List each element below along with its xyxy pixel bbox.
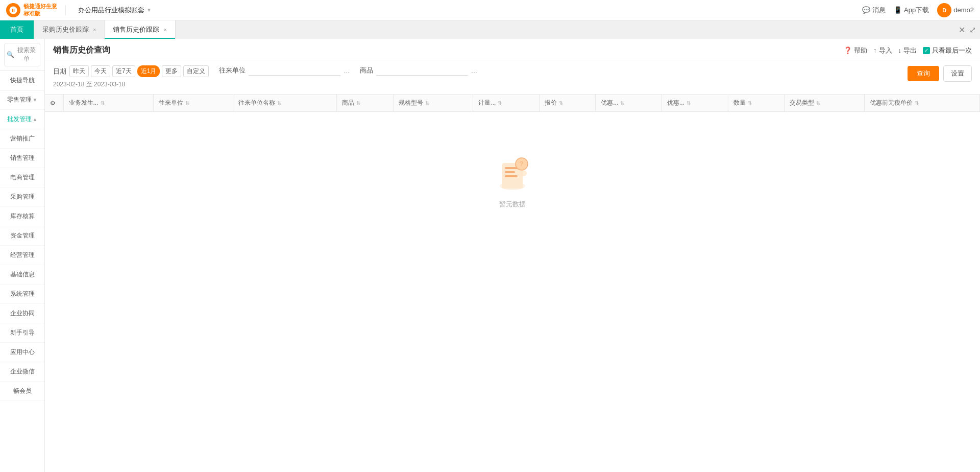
svg-text:?: ?	[520, 160, 523, 168]
only-last-checkbox[interactable]: ✓ 只看最后一次	[923, 46, 972, 55]
sidebar-item-member[interactable]: 畅会员	[0, 382, 44, 401]
sidebar-sales-mgmt-label: 销售管理	[10, 154, 35, 161]
date-btn-7days[interactable]: 近7天	[112, 65, 135, 77]
sidebar-item-operations[interactable]: 经营管理	[0, 246, 44, 265]
sidebar-wholesale-label: 批发管理	[7, 115, 32, 124]
main-layout: 🔍 搜索菜单 快捷导航 零售管理 ▼ 批发管理 ▲ 营销推广 销售管理 电商管理…	[0, 39, 980, 472]
tab-home-label: 首页	[10, 25, 23, 34]
topbar-divider	[65, 5, 66, 15]
svg-rect-3	[505, 171, 515, 173]
sidebar-item-guide[interactable]: 新手引导	[0, 323, 44, 343]
sidebar-item-marketing[interactable]: 营销推广	[0, 129, 44, 149]
date-btn-1month[interactable]: 近1月	[137, 65, 160, 77]
sidebar-guide-label: 新手引导	[10, 329, 35, 336]
tab-sales-history-label: 销售历史价跟踪	[113, 25, 159, 34]
settings-button[interactable]: 设置	[943, 65, 972, 82]
sidebar-ecommerce-label: 电商管理	[10, 174, 35, 181]
date-filter-label: 日期	[53, 67, 66, 76]
sort-icon[interactable]: ⇅	[185, 100, 189, 106]
page-header: 销售历史价查询 ❓ 帮助 ↑ 导入 ↓ 导出 ✓	[45, 39, 980, 60]
date-btn-today[interactable]: 今天	[91, 65, 110, 77]
tab-purchase-history[interactable]: 采购历史价跟踪 ×	[34, 20, 105, 39]
sidebar: 🔍 搜索菜单 快捷导航 零售管理 ▼ 批发管理 ▲ 营销推广 销售管理 电商管理…	[0, 39, 45, 472]
sort-icon[interactable]: ⇅	[559, 100, 563, 106]
help-icon: ❓	[844, 46, 852, 54]
sidebar-item-wechat[interactable]: 企业微信	[0, 362, 44, 382]
sidebar-item-appstore[interactable]: 应用中心	[0, 343, 44, 362]
app-download-label: App下载	[904, 6, 929, 15]
sort-icon[interactable]: ⇅	[620, 100, 624, 106]
date-btn-custom[interactable]: 自定义	[183, 65, 209, 77]
import-label: 导入	[879, 46, 892, 55]
app-selector[interactable]: 办公用品行业模拟账套 ▼	[74, 4, 156, 17]
app-download-button[interactable]: 📱 App下载	[894, 6, 929, 15]
svg-rect-4	[505, 175, 518, 177]
sort-icon[interactable]: ⇅	[816, 100, 820, 106]
partner-input[interactable]	[249, 65, 340, 76]
sidebar-item-retail[interactable]: 零售管理 ▼	[0, 90, 44, 110]
close-all-tabs-button[interactable]: ✕	[959, 25, 965, 35]
sort-icon[interactable]: ⇅	[356, 100, 360, 106]
tab-sales-history-close[interactable]: ×	[163, 27, 166, 33]
th-biz-date: 业务发生... ⇅	[63, 95, 153, 112]
sidebar-item-finance[interactable]: 资金管理	[0, 226, 44, 246]
sidebar-item-purchase[interactable]: 采购管理	[0, 187, 44, 207]
page-title: 销售历史价查询	[53, 45, 110, 56]
message-button[interactable]: 💬 消息	[862, 6, 886, 15]
sidebar-item-basic-info[interactable]: 基础信息	[0, 265, 44, 285]
th-spec: 规格型号 ⇅	[393, 95, 473, 112]
th-unit: 计量... ⇅	[473, 95, 540, 112]
help-button[interactable]: ❓ 帮助	[844, 46, 867, 55]
sidebar-item-ecommerce[interactable]: 电商管理	[0, 168, 44, 187]
topbar-left: 畅捷通好生意 标准版 办公用品行业模拟账套 ▼	[6, 3, 156, 17]
sort-icon[interactable]: ⇅	[101, 100, 105, 106]
product-filter-group: 商品 ...	[360, 65, 477, 76]
tabbar-actions: ✕ ⤢	[954, 20, 980, 39]
tabbar: 首页 采购历史价跟踪 × 销售历史价跟踪 × ✕ ⤢	[0, 20, 980, 39]
date-range-display: 2023-02-18 至 2023-03-18	[53, 80, 209, 89]
avatar: D	[937, 3, 951, 17]
sort-icon[interactable]: ⇅	[687, 100, 691, 106]
sidebar-item-enterprise[interactable]: 企业协同	[0, 304, 44, 323]
import-icon: ↑	[873, 46, 877, 54]
sidebar-item-inventory[interactable]: 库存核算	[0, 207, 44, 226]
query-button[interactable]: 查询	[908, 66, 939, 81]
sort-icon[interactable]: ⇅	[748, 100, 752, 106]
sort-icon[interactable]: ⇅	[277, 100, 281, 106]
date-btn-yesterday[interactable]: 昨天	[69, 65, 89, 77]
table-wrapper: ⚙ 业务发生... ⇅ 往来单	[45, 95, 980, 250]
filter-action-buttons: 查询 设置	[908, 65, 972, 82]
sidebar-basic-info-label: 基础信息	[10, 271, 35, 278]
sort-icon[interactable]: ⇅	[498, 100, 502, 106]
search-menu-button[interactable]: 🔍 搜索菜单	[4, 43, 40, 66]
expand-button[interactable]: ⤢	[969, 25, 976, 35]
export-button[interactable]: ↓ 导出	[898, 46, 917, 55]
sidebar-system-label: 系统管理	[10, 290, 35, 297]
partner-dots[interactable]: ...	[344, 66, 350, 75]
chevron-down-icon: ▼	[146, 7, 152, 13]
sidebar-item-quick-nav[interactable]: 快捷导航	[0, 71, 44, 90]
import-button[interactable]: ↑ 导入	[873, 46, 892, 55]
date-btn-more[interactable]: 更多	[162, 65, 181, 77]
user-profile[interactable]: D demo2	[937, 3, 974, 17]
chevron-down-icon: ▼	[33, 97, 38, 103]
sidebar-item-sales-mgmt[interactable]: 销售管理	[0, 149, 44, 168]
data-table: ⚙ 业务发生... ⇅ 往来单	[45, 95, 980, 112]
sidebar-item-wholesale[interactable]: 批发管理 ▲	[0, 110, 44, 129]
partner-filter-group: 往来单位 ...	[219, 65, 350, 76]
th-pre-tax-price: 优惠前无税单价 ⇅	[864, 95, 979, 112]
product-dots[interactable]: ...	[471, 66, 477, 75]
product-input[interactable]	[376, 65, 468, 76]
app-name: 办公用品行业模拟账套	[78, 6, 144, 15]
settings-icon[interactable]: ⚙	[50, 100, 56, 107]
sort-icon[interactable]: ⇅	[425, 100, 429, 106]
th-quantity: 数量 ⇅	[728, 95, 784, 112]
sort-icon[interactable]: ⇅	[915, 100, 919, 106]
tab-home[interactable]: 首页	[0, 20, 34, 39]
topbar: 畅捷通好生意 标准版 办公用品行业模拟账套 ▼ 💬 消息 📱 App下载 D d…	[0, 0, 980, 20]
th-discount2: 优惠... ⇅	[662, 95, 728, 112]
sidebar-finance-label: 资金管理	[10, 232, 35, 239]
tab-purchase-history-close[interactable]: ×	[93, 27, 96, 33]
tab-sales-history[interactable]: 销售历史价跟踪 ×	[105, 20, 175, 39]
sidebar-item-system[interactable]: 系统管理	[0, 285, 44, 304]
